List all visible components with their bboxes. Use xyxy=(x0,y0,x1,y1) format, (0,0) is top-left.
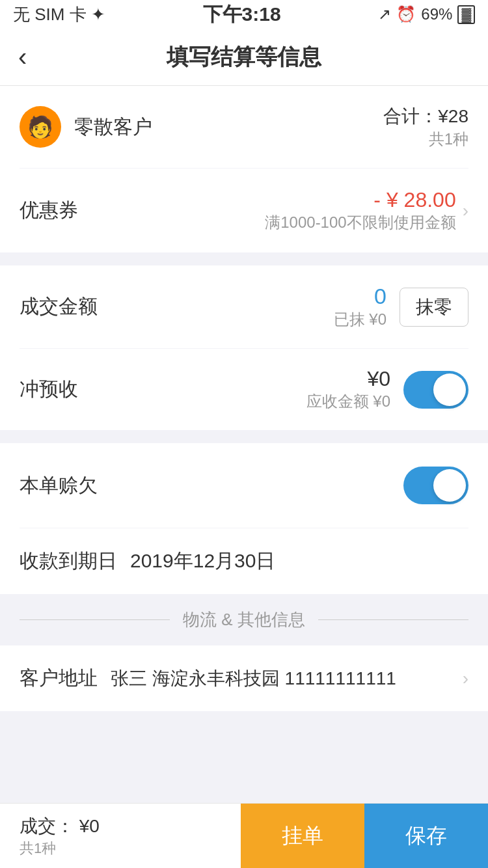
battery-text: 69% xyxy=(421,5,452,23)
avatar: 🧑 xyxy=(20,106,61,148)
chevron-right-icon: › xyxy=(463,200,468,221)
bottom-bar: 成交： ¥0 共1种 挂单 保存 xyxy=(0,803,488,868)
transaction-row: 成交金额 0 已抹 ¥0 抹零 xyxy=(20,265,468,348)
prepay-row: 冲预收 ¥0 应收金额 ¥0 xyxy=(20,349,468,430)
logistics-line-left xyxy=(20,619,170,620)
bottom-deal: 成交： ¥0 xyxy=(20,814,221,839)
prepay-value-block: ¥0 应收金额 ¥0 xyxy=(306,367,390,412)
transaction-value-block: 0 已抹 ¥0 xyxy=(334,284,386,330)
debt-toggle[interactable] xyxy=(403,467,468,504)
coupon-right: - ¥ 28.00 满1000-100不限制使用金额 › xyxy=(265,188,468,233)
address-value: 张三 海淀永丰科技园 11111111111 xyxy=(111,666,456,691)
customer-row: 🧑 零散客户 合计：¥28 共1种 xyxy=(20,86,468,168)
customer-count: 共1种 xyxy=(383,129,468,150)
location-icon: ↗ xyxy=(378,5,391,23)
address-row[interactable]: 客户地址 张三 海淀永丰科技园 11111111111 › xyxy=(0,645,488,711)
status-time: 下午3:18 xyxy=(203,1,281,28)
prepay-toggle[interactable] xyxy=(403,371,468,409)
status-right: ↗ ⏰ 69% ▓ xyxy=(378,5,475,24)
transaction-section: 成交金额 0 已抹 ¥0 抹零 冲预收 ¥0 应收金额 ¥0 xyxy=(0,265,488,430)
page-title: 填写结算等信息 xyxy=(167,42,321,72)
debt-row: 本单赊欠 xyxy=(20,443,468,528)
save-button[interactable]: 保存 xyxy=(364,804,488,869)
transaction-amount: 0 xyxy=(334,284,386,309)
debt-toggle-knob xyxy=(433,469,466,502)
due-date-row: 收款到期日 2019年12月30日 xyxy=(20,528,468,594)
due-date-value: 2019年12月30日 xyxy=(130,548,275,575)
avatar-icon: 🧑 xyxy=(27,115,53,139)
coupon-row[interactable]: 优惠券 - ¥ 28.00 满1000-100不限制使用金额 › xyxy=(20,168,468,252)
customer-section: 🧑 零散客户 合计：¥28 共1种 优惠券 - ¥ 28.00 满1000-10… xyxy=(0,86,488,252)
prepay-sub: 应收金额 ¥0 xyxy=(306,391,390,412)
nav-bar: ‹ 填写结算等信息 xyxy=(0,29,488,86)
due-date-label: 收款到期日 xyxy=(20,548,117,575)
customer-total: 合计：¥28 xyxy=(383,104,468,129)
logistics-text: 物流 & 其他信息 xyxy=(183,608,305,631)
battery-icon: ▓ xyxy=(457,5,475,24)
section-gap-2 xyxy=(0,430,488,443)
section-gap-1 xyxy=(0,252,488,265)
customer-right: 合计：¥28 共1种 xyxy=(383,104,468,150)
address-chevron-icon: › xyxy=(463,668,468,689)
toggle-knob xyxy=(433,373,466,406)
debt-label: 本单赊欠 xyxy=(20,472,98,499)
status-bar: 无 SIM 卡 ✦ 下午3:18 ↗ ⏰ 69% ▓ xyxy=(0,0,488,29)
deal-amount: ¥0 xyxy=(79,816,100,836)
transaction-sub: 已抹 ¥0 xyxy=(334,309,386,330)
deal-label: 成交： xyxy=(20,816,74,836)
main-content: 🧑 零散客户 合计：¥28 共1种 优惠券 - ¥ 28.00 满1000-10… xyxy=(0,86,488,802)
coupon-info: - ¥ 28.00 满1000-100不限制使用金额 xyxy=(265,188,455,233)
transaction-label: 成交金额 xyxy=(20,293,98,320)
logistics-line-right xyxy=(318,619,468,620)
prepay-right: ¥0 应收金额 ¥0 xyxy=(306,367,468,412)
bottom-count: 共1种 xyxy=(20,839,221,858)
coupon-label: 优惠券 xyxy=(20,197,78,224)
logistics-separator: 物流 & 其他信息 xyxy=(0,594,488,645)
customer-name: 零散客户 xyxy=(74,114,152,141)
coupon-desc: 满1000-100不限制使用金额 xyxy=(265,212,455,233)
bottom-summary: 成交： ¥0 共1种 xyxy=(0,814,241,858)
transaction-right: 0 已抹 ¥0 抹零 xyxy=(334,284,468,330)
prepay-amount: ¥0 xyxy=(306,367,390,391)
alarm-icon: ⏰ xyxy=(396,5,416,23)
debt-section: 本单赊欠 收款到期日 2019年12月30日 xyxy=(0,443,488,594)
prepay-label: 冲预收 xyxy=(20,376,78,403)
customer-left: 🧑 零散客户 xyxy=(20,106,152,148)
sim-wifi-text: 无 SIM 卡 ✦ xyxy=(13,3,105,26)
address-label: 客户地址 xyxy=(20,665,98,692)
coupon-amount: - ¥ 28.00 xyxy=(265,188,455,212)
bottom-gap xyxy=(0,711,488,737)
round-button[interactable]: 抹零 xyxy=(400,288,468,327)
hang-button[interactable]: 挂单 xyxy=(241,804,364,869)
status-left: 无 SIM 卡 ✦ xyxy=(13,3,105,26)
back-button[interactable]: ‹ xyxy=(18,42,27,72)
